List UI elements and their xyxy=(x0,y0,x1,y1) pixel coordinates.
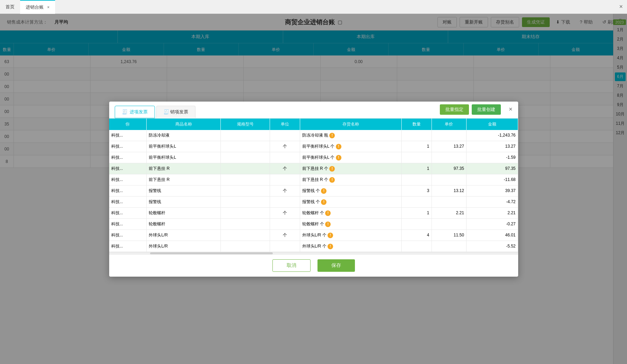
batch-assign-button[interactable]: 批量指定 xyxy=(440,104,469,115)
warn-icon[interactable]: ! xyxy=(329,133,335,138)
inventory-cell: 前平衡杆球头L 个 ! xyxy=(300,152,402,163)
table-cell-3 xyxy=(270,174,300,185)
warn-icon[interactable]: ! xyxy=(325,210,331,216)
table-cell-1: 前下悬挂 R xyxy=(147,174,221,185)
table-cell-2 xyxy=(221,130,270,141)
table-cell-1: 前平衡杆球头L xyxy=(147,141,221,152)
table-cell-2 xyxy=(221,229,270,241)
tab-close-icon[interactable]: × xyxy=(47,0,50,14)
inventory-cell: 轮毂螺杆 个 ! xyxy=(300,218,402,229)
th-unit-price: 单价 xyxy=(432,119,466,130)
table-row[interactable]: 科技...前平衡杆球头L前平衡杆球头L 个 !-1.59 xyxy=(109,152,518,163)
table-cell-0: 科技... xyxy=(109,141,147,152)
inventory-cell: 轮毂螺杆 个 ! xyxy=(300,207,402,218)
table-row[interactable]: 科技...报警线报警线 个 !-4.72 xyxy=(109,196,518,207)
table-cell-3: 个 xyxy=(270,141,300,152)
modal-table: 你 商品名称 规格型号 单位 存货名称 数量 单价 金额 科技...防冻冷却液防… xyxy=(109,119,518,252)
th-product: 商品名称 xyxy=(147,119,221,130)
table-cell-6: 11.50 xyxy=(432,229,466,241)
warn-icon[interactable]: ! xyxy=(325,222,331,227)
tab-home[interactable]: 首页 xyxy=(0,0,20,14)
window-close-button[interactable]: × xyxy=(619,3,623,10)
modal-close-button[interactable]: × xyxy=(509,106,513,113)
table-cell-7: -5.52 xyxy=(466,241,518,252)
table-cell-0: 科技... xyxy=(109,241,147,252)
table-header-row: 你 商品名称 规格型号 单位 存货名称 数量 单价 金额 xyxy=(109,119,518,130)
th-unit: 单位 xyxy=(270,119,300,130)
table-cell-5: 4 xyxy=(402,229,432,241)
modal-toolbar: 批量指定 批量创建 xyxy=(440,104,501,115)
warn-icon[interactable]: ! xyxy=(336,155,341,161)
tab-outgoing-invoice[interactable]: 🧾 销项发票 xyxy=(156,106,196,118)
warn-icon[interactable]: ! xyxy=(321,199,326,205)
table-cell-7: -1,243.76 xyxy=(466,130,518,141)
table-row[interactable]: 科技...前下悬挂 R前下悬挂 R 个 !-11.68 xyxy=(109,174,518,185)
tab-incoming-invoice[interactable]: 🧾 进项发票 xyxy=(115,106,155,118)
table-cell-3: 个 xyxy=(270,207,300,218)
table-cell-3: 个 xyxy=(270,185,300,196)
table-row[interactable]: 科技...前平衡杆球头L个前平衡杆球头L 个 !113.2713.27 xyxy=(109,141,518,152)
table-cell-5 xyxy=(402,130,432,141)
outgoing-invoice-icon: 🧾 xyxy=(164,109,169,114)
table-cell-5 xyxy=(402,241,432,252)
table-cell-2 xyxy=(221,163,270,174)
table-cell-2 xyxy=(221,174,270,185)
warn-icon[interactable]: ! xyxy=(336,144,341,149)
tab-active-label: 进销台账 xyxy=(26,0,44,14)
table-cell-3 xyxy=(270,218,300,229)
table-row[interactable]: 科技...外球头L/R外球头L/R 个 !-5.52 xyxy=(109,241,518,252)
th-inventory: 存货名称 xyxy=(300,119,402,130)
batch-create-button[interactable]: 批量创建 xyxy=(472,104,501,115)
table-cell-7: -4.72 xyxy=(466,196,518,207)
table-cell-1: 前平衡杆球头L xyxy=(147,152,221,163)
warn-icon[interactable]: ! xyxy=(329,166,335,172)
table-cell-0: 科技... xyxy=(109,163,147,174)
th-amount: 金额 xyxy=(466,119,518,130)
table-cell-0: 科技... xyxy=(109,130,147,141)
warn-icon[interactable]: ! xyxy=(321,188,326,194)
modal-overlay: 🧾 进项发票 🧾 销项发票 批量指定 批量创建 × xyxy=(0,14,627,364)
save-button[interactable]: 保存 xyxy=(317,259,355,272)
table-cell-5 xyxy=(402,218,432,229)
table-cell-3 xyxy=(270,196,300,207)
table-cell-6 xyxy=(432,130,466,141)
table-cell-5 xyxy=(402,196,432,207)
warn-icon[interactable]: ! xyxy=(328,233,333,238)
table-cell-0: 科技... xyxy=(109,218,147,229)
table-cell-1: 轮毂螺杆 xyxy=(147,207,221,218)
warn-icon[interactable]: ! xyxy=(329,177,335,183)
table-cell-0: 科技... xyxy=(109,152,147,163)
table-row[interactable]: 科技...报警线个报警线 个 !313.1239.37 xyxy=(109,185,518,196)
table-cell-2 xyxy=(221,218,270,229)
modal-header: 🧾 进项发票 🧾 销项发票 批量指定 批量创建 × xyxy=(109,102,518,119)
main-area: 销售成本计算方法： 月平均 商贸企业进销台账 ▢ 对账 重新开账 存货别名 生成… xyxy=(0,14,627,364)
table-cell-0: 科技... xyxy=(109,196,147,207)
cancel-button[interactable]: 取消 xyxy=(272,259,311,272)
inventory-cell: 外球头L/R 个 ! xyxy=(300,241,402,252)
warn-icon[interactable]: ! xyxy=(328,244,333,249)
modal-footer: 取消 保存 xyxy=(109,254,518,277)
table-cell-5: 3 xyxy=(402,185,432,196)
table-row[interactable]: 科技...轮毂螺杆个轮毂螺杆 个 !12.212.21 xyxy=(109,207,518,218)
inventory-cell: 报警线 个 ! xyxy=(300,196,402,207)
table-cell-5: 1 xyxy=(402,163,432,174)
table-cell-6 xyxy=(432,241,466,252)
table-cell-1: 外球头L/R xyxy=(147,241,221,252)
table-row[interactable]: 科技...防冻冷却液防冻冷却液 瓶 !-1,243.76 xyxy=(109,130,518,141)
table-cell-2 xyxy=(221,207,270,218)
table-row[interactable]: 科技...前下悬挂 R个前下悬挂 R 个 !197.3597.35 xyxy=(109,163,518,174)
modal-table-wrap[interactable]: 你 商品名称 规格型号 单位 存货名称 数量 单价 金额 科技...防冻冷却液防… xyxy=(109,119,518,252)
table-cell-1: 报警线 xyxy=(147,185,221,196)
table-cell-7: 39.37 xyxy=(466,185,518,196)
table-row[interactable]: 科技...轮毂螺杆轮毂螺杆 个 !-0.27 xyxy=(109,218,518,229)
table-cell-6 xyxy=(432,196,466,207)
table-cell-2 xyxy=(221,185,270,196)
table-cell-5: 1 xyxy=(402,207,432,218)
tab-active[interactable]: 进销台账 × xyxy=(20,0,55,14)
table-cell-3 xyxy=(270,152,300,163)
table-cell-1: 前下悬挂 R xyxy=(147,163,221,174)
table-row[interactable]: 科技...外球头L/R个外球头L/R 个 !411.5046.01 xyxy=(109,229,518,241)
table-cell-7: 13.27 xyxy=(466,141,518,152)
table-cell-1: 防冻冷却液 xyxy=(147,130,221,141)
table-cell-1: 报警线 xyxy=(147,196,221,207)
